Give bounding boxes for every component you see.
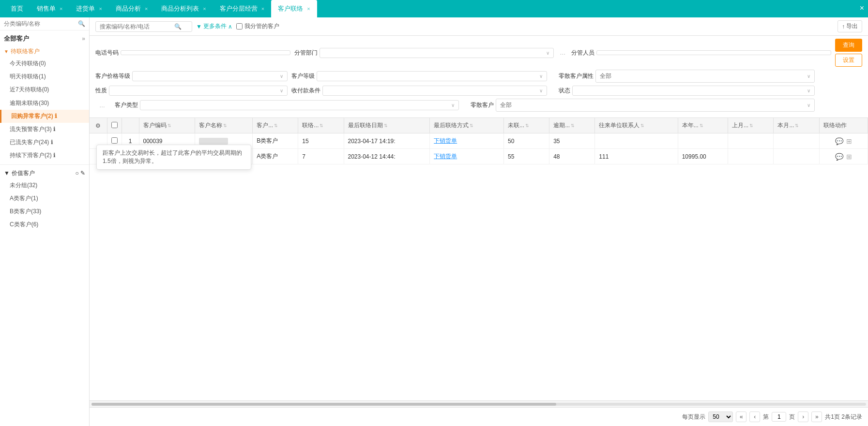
setting-button[interactable]: 设置 <box>835 54 862 67</box>
manager-label: 分管人员 <box>571 49 594 57</box>
per-page-select[interactable]: 50 20 100 <box>708 411 733 422</box>
nav-product-analysis-list[interactable]: 商品分析列表 × <box>154 0 213 17</box>
value-group-edit-icon[interactable]: ✎ <box>80 170 85 176</box>
row1-checkbox[interactable] <box>111 137 118 144</box>
nav-customer-contact-close[interactable]: × <box>307 0 310 17</box>
window-close-button[interactable]: × <box>860 4 864 13</box>
nav-purchase[interactable]: 进货单 × <box>69 0 108 17</box>
sidebar-search-input[interactable] <box>4 20 78 27</box>
retail-attr-label: 零散客户属性 <box>559 72 594 80</box>
customer-grade-dropdown[interactable]: ∨ <box>317 71 548 81</box>
sidebar-item-lost[interactable]: 已流失客户(24) ℹ <box>0 136 89 149</box>
row2-this-month <box>774 149 819 164</box>
manager-dropdown[interactable] <box>596 50 831 55</box>
sidebar-item-abnormal[interactable]: 回购异常客户(2) ℹ <box>0 110 89 123</box>
status-dropdown[interactable]: ∨ <box>572 86 815 96</box>
col-check <box>107 118 122 133</box>
sidebar-item-loss-warning[interactable]: 流失预警客户(3) ℹ <box>0 123 89 136</box>
col-customer-name: 客户名称 ⇅ <box>195 118 253 133</box>
phone-input[interactable] <box>121 50 290 55</box>
value-group-circle-icon[interactable]: ○ <box>75 170 78 176</box>
price-grade-arrow: ∨ <box>280 73 283 79</box>
customer-grade-arrow: ∨ <box>539 73 543 79</box>
retail-attr-dropdown[interactable]: 全部 ∨ <box>595 70 815 83</box>
sidebar-item-c-class[interactable]: C类客户(6) <box>0 218 89 231</box>
sidebar-item-b-class[interactable]: B类客户(33) <box>0 205 89 218</box>
select-all-checkbox[interactable] <box>111 122 118 128</box>
col-settings[interactable]: ⚙ <box>90 118 107 133</box>
sidebar-item-7days[interactable]: 近7天待联络(0) <box>0 83 89 96</box>
sidebar-item-today[interactable]: 今天待联络(0) <box>0 57 89 70</box>
row1-name-blurred <box>199 138 228 145</box>
search-input[interactable] <box>100 23 172 30</box>
nav-customer-tier-close[interactable]: × <box>261 0 264 17</box>
row1-chat-icon[interactable]: 💬 <box>835 137 843 145</box>
payment-dropdown[interactable]: ∨ <box>322 86 548 96</box>
row2-contact-method-link[interactable]: 下销货单 <box>434 153 457 160</box>
sidebar-item-tomorrow[interactable]: 明天待联络(1) <box>0 70 89 83</box>
per-page-label: 每页显示 <box>682 413 705 421</box>
row2-chat-icon[interactable]: 💬 <box>835 153 843 161</box>
first-page-button[interactable]: « <box>736 411 746 422</box>
col-last-month: 上月... ⇅ <box>728 118 774 133</box>
price-grade-dropdown[interactable]: ∨ <box>132 71 288 81</box>
sidebar-search-icon[interactable]: 🔍 <box>78 20 85 27</box>
query-button[interactable]: 查询 <box>835 39 862 52</box>
lost-info-icon[interactable]: ℹ <box>51 139 53 146</box>
nav-product-list-close[interactable]: × <box>203 0 206 17</box>
row1-action: 💬 ⊞ <box>819 133 868 149</box>
search-bar-icon[interactable]: 🔍 <box>174 23 182 30</box>
customer-type-dropdown[interactable]: ∨ <box>140 100 459 110</box>
nav-customer-tier[interactable]: 客户分层经营 × <box>213 0 271 17</box>
sidebar-collapse-button[interactable]: » <box>82 35 85 42</box>
abnormal-info-icon[interactable]: ℹ <box>55 113 57 119</box>
nav-customer-contact[interactable]: 客户联络 × <box>271 0 317 17</box>
row1-grid-icon[interactable]: ⊞ <box>846 137 852 145</box>
row1-last-contact-method: 下销货单 <box>430 133 504 149</box>
sidebar-all-customers-header: 全部客户 » <box>0 30 89 45</box>
nav-purchase-close[interactable]: × <box>99 0 102 17</box>
status-label: 状态 <box>559 87 570 95</box>
nav-sales-close[interactable]: × <box>60 0 62 17</box>
sidebar: 🔍 全部客户 » ▼ 待联络客户 今天待联络(0) 明天待联络(1) 近7天待联… <box>0 17 90 426</box>
sidebar-value-group[interactable]: ▼ 价值客户 ○ ✎ <box>0 167 89 179</box>
col-unread: 未联... ⇅ <box>503 118 549 133</box>
loss-warning-icon[interactable]: ℹ <box>53 126 56 132</box>
filter-ellipsis-4[interactable]: … <box>97 102 107 109</box>
sidebar-waiting-group[interactable]: ▼ 待联络客户 <box>0 45 89 57</box>
col-num <box>122 118 139 133</box>
value-group-arrow: ▼ <box>4 170 10 176</box>
prev-page-button[interactable]: ‹ <box>749 411 760 422</box>
page-number-input[interactable] <box>772 412 786 422</box>
row2-grid-icon[interactable]: ⊞ <box>846 153 852 161</box>
filter-row-2: 客户价格等级 ∨ 客户等级 ∨ 零散客户属性 全部 ∨ <box>95 70 862 83</box>
nav-home[interactable]: 首页 <box>4 0 30 17</box>
row1-contact: 15 <box>298 133 344 149</box>
gender-dropdown[interactable]: ∨ <box>109 86 288 96</box>
value-group-label: 价值客户 <box>12 169 35 177</box>
export-button[interactable]: ↑ 导出 <box>838 20 862 32</box>
my-customers-checkbox[interactable] <box>236 23 243 29</box>
row2-type: A类客户 <box>253 149 298 164</box>
retail-customer-dropdown[interactable]: 全部 ∨ <box>496 99 815 112</box>
declining-info-icon[interactable]: ℹ <box>53 152 56 159</box>
sidebar-divider <box>0 164 89 165</box>
row1-contact-method-link[interactable]: 下销货单 <box>434 137 457 144</box>
last-page-button[interactable]: » <box>811 411 822 422</box>
nav-product-analysis-close[interactable]: × <box>145 0 148 17</box>
sidebar-item-unclassified[interactable]: 未分组(32) <box>0 179 89 192</box>
col-overdue: 逾期... ⇅ <box>549 118 595 133</box>
unread-sort-icon: ⇅ <box>525 123 529 128</box>
price-grade-label: 客户价格等级 <box>95 72 130 80</box>
next-page-button[interactable]: › <box>798 411 808 422</box>
filter-ellipsis-1[interactable]: … <box>558 49 567 56</box>
sidebar-item-a-class[interactable]: A类客户(1) <box>0 192 89 205</box>
sidebar-item-overdue[interactable]: 逾期未联络(30) <box>0 97 89 110</box>
dept-dropdown[interactable]: ∨ <box>320 48 554 58</box>
nav-product-analysis[interactable]: 商品分析 × <box>109 0 154 17</box>
nav-sales[interactable]: 销售单 × <box>30 0 69 17</box>
more-conditions-button[interactable]: ▼ 更多条件 ∧ <box>196 22 232 30</box>
horizontal-scrollbar[interactable] <box>90 400 868 407</box>
status-arrow: ∨ <box>807 88 810 93</box>
sidebar-item-declining[interactable]: 持续下滑客户(2) ℹ <box>0 149 89 162</box>
